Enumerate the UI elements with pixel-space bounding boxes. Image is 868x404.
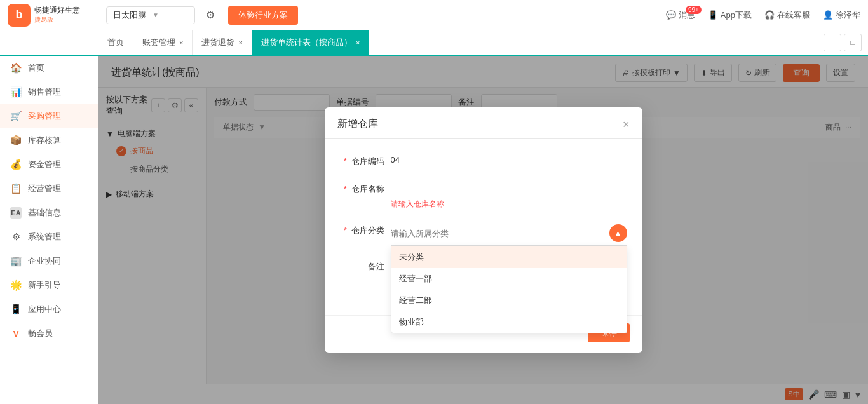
form-row-category: * 仓库分类 ▲ 未分类 经营一部 经营二部 [340, 221, 627, 246]
phone-icon: 📱 [708, 10, 718, 20]
name-error-msg: 请输入仓库名称 [391, 199, 627, 210]
sidebar-item-vip[interactable]: V 畅会员 [0, 321, 98, 346]
sidebar-item-inventory[interactable]: 📦 库存核算 [0, 128, 98, 152]
logo-icon: b [8, 4, 31, 27]
trial-button[interactable]: 体验行业方案 [228, 6, 298, 25]
user-avatar[interactable]: 👤 徐泽华 [823, 10, 860, 21]
purchase-icon: 🛒 [10, 111, 22, 122]
vip-icon: V [10, 328, 22, 339]
dropdown-option-dept2[interactable]: 经营二部 [391, 290, 627, 311]
tab-account-mgmt[interactable]: 账套管理 × [133, 30, 193, 55]
home-icon: 🏠 [10, 62, 22, 74]
tab-home[interactable]: 首页 [98, 30, 133, 55]
guide-icon: 🌟 [10, 279, 22, 291]
sidebar-item-enterprise[interactable]: 🏢 企业协同 [0, 249, 98, 273]
finance-icon: 💰 [10, 159, 22, 170]
tab-minimize-btn[interactable]: — [824, 34, 841, 51]
logo-area: b 畅捷通好生意 捷易版 [8, 4, 106, 27]
main-layout: 🏠 首页 📊 销售管理 🛒 采购管理 📦 库存核算 💰 资金管理 📋 经营管理 … [0, 56, 868, 404]
operations-icon: 📋 [10, 183, 22, 194]
store-selector[interactable]: 日太阳膜 ▼ [106, 6, 195, 24]
tab-purchase-stats[interactable]: 进货单统计表（按商品） × [252, 30, 369, 55]
tab-purchase-return[interactable]: 进货退货 × [193, 30, 252, 55]
add-warehouse-dialog: 新增仓库 × * 仓库编码 [325, 107, 642, 353]
system-icon: ⚙ [10, 231, 22, 243]
app-icon: 📱 [10, 304, 22, 315]
code-label: * 仓库编码 [340, 152, 391, 167]
sidebar-item-guide[interactable]: 🌟 新手引导 [0, 273, 98, 297]
enterprise-icon: 🏢 [10, 255, 22, 267]
tab-bar-right: — □ [824, 34, 868, 51]
logo-text: 畅捷通好生意 [34, 6, 80, 16]
sidebar-item-home[interactable]: 🏠 首页 [0, 56, 98, 80]
dialog-title: 新增仓库 [337, 118, 378, 131]
warehouse-code-input[interactable] [391, 152, 627, 168]
dropdown-option-dept3[interactable]: 物业部 [391, 311, 627, 333]
avatar-icon: 👤 [823, 10, 833, 20]
message-item[interactable]: 💬 消息 99+ [666, 10, 695, 21]
sidebar-item-app[interactable]: 📱 应用中心 [0, 297, 98, 321]
form-row-code: * 仓库编码 [340, 152, 627, 168]
sales-icon: 📊 [10, 86, 22, 98]
dialog-header: 新增仓库 × [325, 107, 642, 139]
tab-maximize-btn[interactable]: □ [844, 34, 862, 51]
settings-icon[interactable]: ⚙ [200, 5, 220, 25]
basic-info-icon: EA [10, 207, 22, 219]
name-label: * 仓库名称 [340, 180, 391, 195]
user-name: 徐泽华 [836, 10, 860, 21]
inventory-icon: 📦 [10, 135, 22, 146]
sidebar-item-sales[interactable]: 📊 销售管理 [0, 80, 98, 104]
online-service-item[interactable]: 🎧 在线客服 [764, 10, 810, 21]
top-header: b 畅捷通好生意 捷易版 日太阳膜 ▼ ⚙ 体验行业方案 💬 消息 99+ 📱 … [0, 0, 868, 30]
header-right: 💬 消息 99+ 📱 App下载 🎧 在线客服 👤 徐泽华 [666, 10, 860, 21]
message-icon: 💬 [666, 10, 676, 20]
category-dropdown-list: 未分类 经营一部 经营二部 物业部 [391, 246, 627, 333]
content-area: 进货单统计(按商品) 🖨 按模板打印 ▼ ⬇ 导出 ↻ 刷新 查询 设置 [98, 56, 868, 404]
tab-close-icon[interactable]: × [238, 39, 242, 46]
chevron-down-icon: ▼ [153, 11, 188, 18]
category-input[interactable] [391, 229, 609, 238]
dialog-close-btn[interactable]: × [623, 119, 630, 130]
tab-close-icon[interactable]: × [179, 39, 183, 46]
tab-close-icon[interactable]: × [356, 39, 360, 46]
name-control: 请输入仓库名称 [391, 180, 627, 210]
notes-form-label: 备注 [340, 257, 391, 273]
app-download-item[interactable]: 📱 App下载 [708, 10, 752, 21]
form-row-name: * 仓库名称 请输入仓库名称 [340, 180, 627, 210]
dialog-body: * 仓库编码 * 仓库名称 [325, 139, 642, 315]
sidebar-item-system[interactable]: ⚙ 系统管理 [0, 225, 98, 249]
logo-sub: 捷易版 [34, 15, 80, 24]
headset-icon: 🎧 [764, 10, 775, 20]
warehouse-name-input[interactable] [391, 180, 627, 196]
sidebar: 🏠 首页 📊 销售管理 🛒 采购管理 📦 库存核算 💰 资金管理 📋 经营管理 … [0, 56, 98, 404]
sidebar-item-finance[interactable]: 💰 资金管理 [0, 152, 98, 177]
category-control: ▲ 未分类 经营一部 经营二部 物业部 [391, 221, 627, 246]
dropdown-option-dept1[interactable]: 经营一部 [391, 268, 627, 290]
message-badge: 99+ [686, 6, 702, 14]
modal-overlay[interactable]: 新增仓库 × * 仓库编码 [98, 56, 868, 404]
code-control [391, 152, 627, 168]
category-label: * 仓库分类 [340, 221, 391, 236]
sidebar-item-operations[interactable]: 📋 经营管理 [0, 177, 98, 201]
dropdown-option-unclassified[interactable]: 未分类 [391, 246, 627, 268]
category-input-row: ▲ [391, 221, 627, 246]
category-dropdown-btn[interactable]: ▲ [609, 224, 627, 242]
tab-bar: 首页 账套管理 × 进货退货 × 进货单统计表（按商品） × — □ [0, 30, 868, 56]
sidebar-item-purchase[interactable]: 🛒 采购管理 [0, 104, 98, 128]
sidebar-item-basic-info[interactable]: EA 基础信息 [0, 201, 98, 225]
